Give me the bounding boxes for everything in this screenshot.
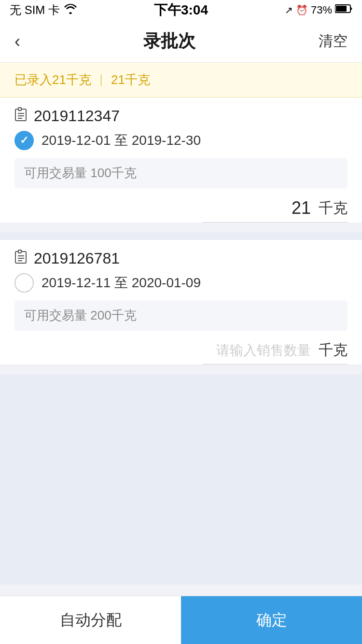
svg-rect-3 bbox=[18, 108, 21, 111]
batch-icon-1 bbox=[14, 107, 29, 125]
nav-bar: ‹ 录批次 清空 bbox=[0, 20, 362, 63]
recorded-amount: 已录入21千克 bbox=[14, 71, 91, 88]
batch-underline-2 bbox=[203, 364, 348, 364]
batch-item-1: 2019112347 2019-12-01 至 2019-12-30 可用交易量… bbox=[0, 98, 362, 223]
batch-unit-2: 千克 bbox=[319, 340, 348, 360]
batch-available-1: 可用交易量 100千克 bbox=[14, 158, 348, 188]
wifi-icon bbox=[64, 3, 77, 17]
batch-unit-1: 千克 bbox=[319, 198, 348, 218]
status-left: 无 SIM 卡 bbox=[10, 2, 77, 18]
batch-icon-2 bbox=[14, 250, 29, 267]
location-icon: ↗ bbox=[285, 4, 293, 16]
batch-number-2: 2019126781 bbox=[34, 250, 120, 267]
batch-available-2: 可用交易量 200千克 bbox=[14, 300, 348, 331]
no-sim-text: 无 SIM 卡 bbox=[10, 2, 60, 18]
batch-checkbox-2[interactable] bbox=[14, 273, 34, 293]
svg-rect-1 bbox=[336, 6, 347, 12]
batch-date-1: 2019-12-01 至 2019-12-30 bbox=[42, 131, 201, 150]
confirm-button[interactable]: 确定 bbox=[181, 596, 362, 644]
batch-underline-1 bbox=[203, 222, 348, 223]
auto-distribute-button[interactable]: 自动分配 bbox=[0, 596, 181, 644]
alarm-icon: ⏰ bbox=[296, 4, 308, 16]
batch-amount-placeholder-2: 请输入销售数量 bbox=[14, 341, 311, 360]
batch-header-1: 2019112347 bbox=[14, 107, 348, 125]
status-bar: 无 SIM 卡 下午3:04 ↗ ⏰ 73% bbox=[0, 0, 362, 20]
summary-divider bbox=[101, 74, 101, 86]
status-right: ↗ ⏰ 73% bbox=[285, 4, 352, 16]
page-title: 录批次 bbox=[143, 29, 195, 53]
batch-item-2: 2019126781 2019-12-11 至 2020-01-09 可用交易量… bbox=[0, 240, 362, 364]
summary-bar: 已录入21千克 21千克 bbox=[0, 63, 362, 98]
batch-separator-1 bbox=[0, 232, 362, 240]
batch-date-row-1: 2019-12-01 至 2019-12-30 bbox=[14, 131, 348, 150]
batch-amount-row-1: 21 千克 bbox=[14, 198, 348, 218]
batch-number-1: 2019112347 bbox=[34, 107, 120, 125]
svg-rect-8 bbox=[18, 250, 21, 253]
battery-icon bbox=[335, 4, 352, 16]
batch-header-2: 2019126781 bbox=[14, 250, 348, 267]
empty-area bbox=[0, 382, 362, 585]
total-amount: 21千克 bbox=[111, 71, 150, 88]
batch-amount-value-1[interactable]: 21 bbox=[253, 198, 311, 218]
clear-button[interactable]: 清空 bbox=[319, 31, 348, 51]
bottom-bar: 自动分配 确定 bbox=[0, 596, 362, 644]
battery-percent: 73% bbox=[311, 4, 332, 16]
batch-amount-row-2: 请输入销售数量 千克 bbox=[14, 340, 348, 360]
batch-date-row-2: 2019-12-11 至 2020-01-09 bbox=[14, 273, 348, 293]
batch-date-2: 2019-12-11 至 2020-01-09 bbox=[42, 274, 201, 292]
back-button[interactable]: ‹ bbox=[14, 31, 20, 52]
batch-separator-2 bbox=[0, 374, 362, 382]
status-time: 下午3:04 bbox=[154, 1, 208, 19]
batch-checkbox-1[interactable] bbox=[14, 131, 34, 150]
